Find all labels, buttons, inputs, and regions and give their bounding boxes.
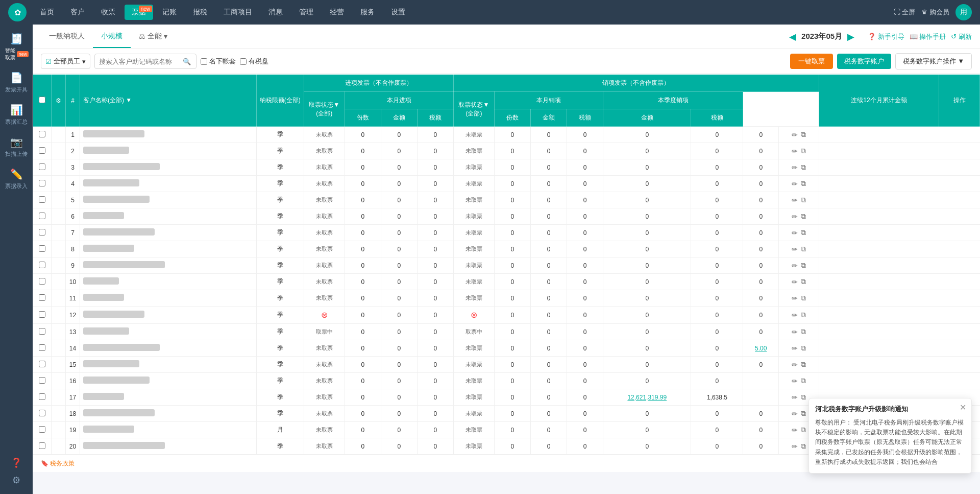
edit-icon[interactable]: ✏ — [792, 328, 798, 336]
out-fetch-status-cell[interactable]: 未取票 — [453, 438, 494, 455]
out-fetch-status-cell[interactable]: ⊗ — [453, 307, 494, 324]
out-fetch-status-cell[interactable]: 未取票 — [453, 290, 494, 307]
copy-icon[interactable]: ⧉ — [801, 426, 806, 434]
quarter-amount-cell[interactable]: 0 — [603, 438, 691, 455]
accum12-cell[interactable]: 0 — [743, 241, 779, 257]
row-checkbox[interactable] — [39, 196, 45, 203]
next-month-btn[interactable]: ▶ — [847, 31, 854, 42]
copy-icon[interactable]: ⧉ — [801, 196, 806, 204]
edit-icon[interactable]: ✏ — [792, 294, 798, 302]
in-fetch-status-cell[interactable]: 未取票 — [304, 143, 345, 159]
quarter-amount-cell[interactable]: 0 — [603, 192, 691, 208]
row-checkbox[interactable] — [39, 311, 45, 318]
nav-tax[interactable]: 报税 — [186, 5, 214, 20]
copy-icon[interactable]: ⧉ — [801, 130, 806, 139]
accum12-cell[interactable]: 0 — [743, 290, 779, 307]
copy-icon[interactable]: ⧉ — [801, 442, 806, 451]
edit-icon[interactable]: ✏ — [792, 180, 798, 188]
accum12-cell[interactable]: 0 — [743, 159, 779, 176]
prev-month-btn[interactable]: ◀ — [789, 31, 796, 42]
quarter-amount-cell[interactable]: 0 — [603, 373, 691, 389]
accum12-cell[interactable] — [743, 373, 779, 389]
copy-icon[interactable]: ⧉ — [801, 245, 806, 253]
edit-icon[interactable]: ✏ — [792, 262, 798, 270]
copy-icon[interactable]: ⧉ — [801, 294, 806, 302]
copy-icon[interactable]: ⧉ — [801, 311, 806, 319]
digital-account-ops-btn[interactable]: 税务数字账户操作 ▼ — [895, 53, 972, 69]
nav-message[interactable]: 消息 — [261, 5, 290, 20]
row-checkbox[interactable] — [39, 262, 45, 268]
row-checkbox[interactable] — [39, 426, 45, 433]
search-box[interactable]: 🔍 — [94, 54, 197, 69]
sidebar-item-open-invoice[interactable]: 📄 发票开具 — [2, 67, 31, 98]
copy-icon[interactable]: ⧉ — [801, 360, 806, 369]
accum12-cell[interactable]: 0 — [743, 225, 779, 241]
row-checkbox[interactable] — [39, 278, 45, 285]
out-fetch-status-cell[interactable]: 未取票 — [453, 143, 494, 159]
copy-icon[interactable]: ⧉ — [801, 147, 806, 155]
tab-all[interactable]: ⚖ 全能 ▾ — [131, 26, 176, 48]
row-checkbox[interactable] — [39, 410, 45, 416]
accum12-cell[interactable]: 0 — [743, 257, 779, 274]
edit-icon[interactable]: ✏ — [792, 196, 798, 204]
tab-small-scale[interactable]: 小规模 — [93, 26, 131, 48]
refresh-btn[interactable]: ↺ 刷新 — [951, 32, 972, 41]
nav-service[interactable]: 服务 — [353, 5, 382, 20]
sidebar-item-smart-ticket[interactable]: 🧾 智能取票 new — [2, 29, 31, 65]
row-checkbox[interactable] — [39, 294, 45, 301]
row-checkbox[interactable] — [39, 442, 45, 449]
quarter-amount-cell[interactable]: 0 — [603, 324, 691, 340]
accum12-cell[interactable]: 5.00 — [743, 340, 779, 357]
out-fetch-status-cell[interactable]: 未取票 — [453, 208, 494, 225]
one-key-fetch-btn[interactable]: 一键取票 — [790, 54, 833, 69]
nav-customers[interactable]: 客户 — [63, 5, 92, 20]
out-fetch-status-cell[interactable]: 未取票 — [453, 192, 494, 208]
out-fetch-status-cell[interactable]: 未取票 — [453, 127, 494, 143]
check-all[interactable] — [39, 97, 45, 103]
in-fetch-status-cell[interactable]: 取票中 — [304, 324, 345, 340]
copy-icon[interactable]: ⧉ — [801, 179, 806, 188]
in-fetch-status-cell[interactable]: 未取票 — [304, 257, 345, 274]
quarter-amount-cell[interactable]: 0 — [603, 307, 691, 324]
quarter-amount-cell[interactable]: 0 — [603, 176, 691, 192]
copy-icon[interactable]: ⧉ — [801, 409, 806, 418]
row-checkbox[interactable] — [39, 393, 45, 400]
quarter-amount-cell[interactable]: 0 — [603, 241, 691, 257]
accum12-cell[interactable]: 0 — [743, 438, 779, 455]
row-checkbox[interactable] — [39, 163, 45, 170]
popup-close-btn[interactable]: ✕ — [960, 403, 966, 412]
sidebar-item-invoice-summary[interactable]: 📊 票据汇总 — [2, 100, 31, 130]
has-tax-disk-checkbox[interactable]: 有税盘 — [240, 57, 268, 66]
edit-icon[interactable]: ✏ — [792, 442, 798, 451]
digital-account-btn[interactable]: 税务数字账户 — [837, 54, 891, 69]
edit-icon[interactable]: ✏ — [792, 311, 798, 319]
out-fetch-status-cell[interactable]: 未取票 — [453, 159, 494, 176]
accum12-cell[interactable]: 0 — [743, 307, 779, 324]
sidebar-item-scan-upload[interactable]: 📷 扫描上传 — [2, 132, 31, 162]
accum12-cell[interactable]: 0 — [743, 357, 779, 373]
copy-icon[interactable]: ⧉ — [801, 393, 806, 402]
fullscreen-btn[interactable]: ⛶ 全屏 — [894, 8, 916, 17]
accum12-cell[interactable]: 0 — [743, 127, 779, 143]
in-fetch-status-cell[interactable]: 未取票 — [304, 373, 345, 389]
in-fetch-status-cell[interactable]: 未取票 — [304, 389, 345, 406]
in-fetch-status-cell[interactable]: 未取票 — [304, 225, 345, 241]
nav-accounting[interactable]: 记账 — [155, 5, 184, 20]
edit-icon[interactable]: ✏ — [792, 393, 798, 402]
out-fetch-status-cell[interactable]: 未取票 — [453, 274, 494, 290]
quarter-amount-cell[interactable]: 0 — [603, 290, 691, 307]
col-out-fetch-status[interactable]: 取票状态▼(全部) — [453, 92, 494, 127]
in-fetch-status-cell[interactable]: 未取票 — [304, 406, 345, 422]
in-fetch-status-cell[interactable]: 未取票 — [304, 241, 345, 257]
in-fetch-status-cell[interactable]: 未取票 — [304, 208, 345, 225]
nav-settings[interactable]: 设置 — [384, 5, 412, 20]
copy-icon[interactable]: ⧉ — [801, 277, 806, 286]
new-guide-btn[interactable]: ❓ 新手引导 — [868, 32, 904, 41]
edit-icon[interactable]: ✏ — [792, 147, 798, 155]
row-checkbox[interactable] — [39, 245, 45, 252]
edit-icon[interactable]: ✏ — [792, 245, 798, 253]
copy-icon[interactable]: ⧉ — [801, 327, 806, 336]
accum12-cell[interactable]: 0 — [743, 324, 779, 340]
quarter-amount-cell[interactable]: 0 — [603, 274, 691, 290]
quarter-amount-value[interactable]: 12,621,319.99 — [627, 394, 667, 401]
